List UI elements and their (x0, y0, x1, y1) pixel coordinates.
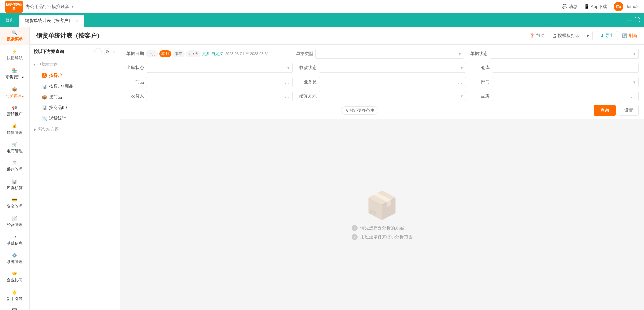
tab-minimize-icon[interactable]: — (627, 17, 632, 23)
finance-icon: 💳 (12, 198, 17, 202)
date-current-month-btn[interactable]: 本月 (159, 50, 171, 57)
export-label: 导出 (605, 33, 614, 39)
tab-maximize-icon[interactable]: ⛶ (635, 17, 640, 23)
system-label: 系统管理 (7, 259, 23, 265)
sidebar-item-appcenter[interactable]: 🔲 应用中心 (0, 305, 29, 310)
brand-field[interactable]: … (492, 91, 639, 101)
collapse-conditions-btn[interactable]: ∧ 收起更多条件 (341, 106, 378, 115)
warehouse-dots: … (631, 65, 636, 70)
filter-area: 单据日期 上月 本月 本年 近7天 更多 自定义 2023-03-01 至 20… (120, 45, 644, 119)
tip-num-2: 2 (352, 234, 358, 240)
sidebar-item-marketing[interactable]: 📢 营销推广 (0, 102, 29, 120)
warehouse-field[interactable]: … (492, 63, 639, 73)
collect-status-field[interactable]: ▾ (319, 63, 466, 73)
date-range-text: 2023-03-01 至 2023-03-31 (225, 51, 269, 56)
order-type-label: 单据类型 (295, 51, 313, 57)
date-quick-area: 上月 本月 本年 近7天 更多 自定义 (146, 50, 223, 57)
sidebar-item-system[interactable]: ⚙️ 系统管理 (0, 250, 29, 268)
by-customer-goods-icon: 📊 (42, 84, 47, 89)
top-bar-left: 畅捷信好生意 办公用品行业模拟账套 ▾ (5, 1, 74, 13)
left-panel-actions: + ⚙ « (94, 48, 116, 55)
tree-item-by-goods[interactable]: 📦 按商品 (30, 92, 120, 102)
sidebar-item-operation[interactable]: 📈 经营管理 (0, 213, 29, 231)
app-title-dropdown[interactable]: ▾ (72, 4, 74, 9)
filter-item-collect-status: 收款状态 ▾ (298, 63, 466, 73)
order-status-field[interactable]: ▾ (490, 49, 639, 59)
order-type-chevron: ▾ (459, 51, 461, 56)
sidebar-item-retail[interactable]: 🏪 零售管理 ▾ (0, 65, 29, 84)
query-btn[interactable]: 查询 (594, 105, 616, 116)
desktop-section-arrow: ▾ (34, 63, 35, 66)
user-menu-btn[interactable]: Ea demo2 (614, 2, 639, 11)
payment-method-label: 结算方式 (298, 93, 317, 99)
payment-method-field[interactable]: ▾ (319, 91, 466, 101)
tab-home[interactable]: 首页 (0, 13, 19, 27)
print-btn[interactable]: 🖨 按模板打印 (549, 31, 583, 40)
help-btn[interactable]: ❓ 帮助 (529, 33, 545, 39)
add-scheme-btn[interactable]: + (94, 48, 102, 55)
salesperson-label: 业务员 (298, 79, 317, 85)
message-btn[interactable]: 💬 消息 (562, 4, 577, 10)
date-more-btn[interactable]: 更多 (202, 51, 210, 57)
sidebar-item-inventory[interactable]: 📊 库存核算 (0, 176, 29, 194)
message-label: 消息 (569, 4, 577, 10)
app-download-btn[interactable]: 📱 App下载 (584, 4, 607, 10)
filter-item-date: 单据日期 上月 本月 本年 近7天 更多 自定义 2023-03-01 至 20… (125, 50, 295, 57)
date-last7days-btn[interactable]: 近7天 (186, 50, 201, 57)
logo-text: 畅捷信好生意 (5, 3, 23, 11)
department-field[interactable]: ▾ (492, 77, 639, 87)
goods-field[interactable]: … (146, 77, 293, 87)
receiver-field[interactable]: … (146, 91, 293, 101)
refresh-btn[interactable]: 🔄 刷新 (622, 33, 637, 39)
sidebar-item-sales[interactable]: 💰 销售管理 (0, 120, 29, 139)
sidebar-item-basic[interactable]: 🗂 基础信息 (0, 231, 29, 250)
quicknav-icon: ⚡ (12, 49, 17, 54)
goods-dots: … (285, 80, 290, 85)
filter-item-warehouse: 仓库 … (471, 63, 639, 73)
enterprise-icon: 🤝 (12, 271, 17, 276)
sidebar-item-purchase[interactable]: 📋 采购管理 (0, 157, 29, 176)
print-dropdown-btn[interactable]: ▾ (583, 32, 592, 40)
tab-active[interactable]: 销货单统计表（按客户） × (19, 15, 84, 27)
inventory-label: 库存核算 (7, 185, 23, 191)
query-btns: 查询 设置 (594, 105, 639, 116)
date-last-month-btn[interactable]: 上月 (146, 50, 158, 57)
by-goods99-icon: 📊 (42, 105, 47, 110)
sidebar-item-search[interactable]: 🔍 搜索菜单 (0, 27, 29, 45)
tree-item-return-stats-label: 退货统计 (49, 115, 66, 121)
inventory-icon: 📊 (12, 179, 17, 184)
collapse-left-panel-btn[interactable]: « (113, 49, 116, 54)
collapse-icon: ∧ (345, 108, 348, 113)
export-btn[interactable]: ⬇ 导出 (597, 31, 618, 40)
date-custom-btn[interactable]: 自定义 (211, 51, 223, 57)
filter-settings-btn[interactable]: 设置 (619, 105, 639, 116)
tree-item-return-stats[interactable]: 📉 退货统计 (30, 113, 120, 124)
page-body: 按以下方案查询 + ⚙ « ▾ 电脑端方案 人 按客户 📊 (30, 45, 644, 310)
order-type-field[interactable]: ▾ (315, 49, 464, 59)
mobile-section-label: 移动端方案 (38, 126, 58, 132)
mobile-section-arrow: ▶ (34, 127, 36, 131)
sidebar-item-enterprise[interactable]: 🤝 企业协同 (0, 268, 29, 287)
right-section: 单据日期 上月 本月 本年 近7天 更多 自定义 2023-03-01 至 20… (120, 45, 644, 310)
desktop-section-label: 电脑端方案 (37, 62, 57, 67)
sidebar-item-ecommerce[interactable]: 🛒 电商管理 (0, 139, 29, 157)
tree-item-by-customer-goods[interactable]: 📊 按客户+商品 (30, 81, 120, 92)
collapse-label: 收起更多条件 (350, 108, 374, 113)
settings-scheme-btn[interactable]: ⚙ (104, 48, 111, 55)
date-current-year-btn[interactable]: 本年 (173, 50, 185, 57)
sidebar-item-newbie[interactable]: 🌟 新手引导 (0, 287, 29, 305)
left-panel-header: 按以下方案查询 + ⚙ « (30, 45, 120, 59)
date-label: 单据日期 (125, 51, 144, 57)
sidebar-item-quicknav[interactable]: ⚡ 快捷导航 (0, 45, 29, 65)
salesperson-dots: … (458, 80, 463, 85)
newbie-label: 新手引导 (7, 296, 23, 302)
salesperson-field[interactable]: … (319, 77, 466, 87)
sidebar-item-wholesale[interactable]: 📦 批发管理 ▴ (0, 84, 29, 102)
filter-item-brand: 品牌 … (471, 91, 639, 101)
sales-icon: 💰 (12, 124, 17, 128)
tab-close-icon[interactable]: × (76, 18, 78, 23)
tree-item-by-customer[interactable]: 人 按客户 (30, 70, 120, 81)
out-status-field[interactable]: ▾ (146, 63, 293, 73)
tree-item-by-goods99[interactable]: 📊 按商品99 (30, 102, 120, 113)
sidebar-item-finance[interactable]: 💳 资金管理 (0, 194, 29, 213)
